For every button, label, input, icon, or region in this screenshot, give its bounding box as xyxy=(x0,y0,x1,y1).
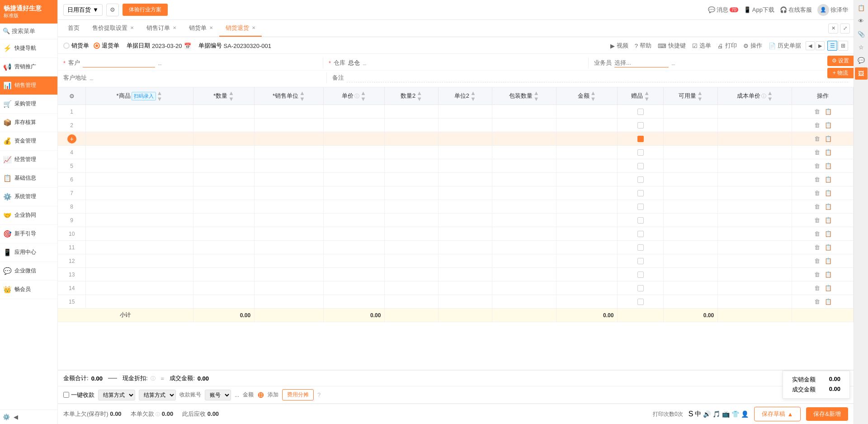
close-all-tabs-button[interactable]: ✕ xyxy=(828,24,838,33)
avail-sort-arrows[interactable]: ▲▼ xyxy=(697,90,703,102)
gift-checkbox[interactable] xyxy=(637,176,644,183)
copy-row-button[interactable]: 📋 xyxy=(824,134,833,143)
qty2-cell[interactable] xyxy=(385,254,439,268)
gift-checkbox[interactable] xyxy=(637,217,644,224)
tab-close-sales-bill[interactable]: ✕ xyxy=(209,25,213,30)
copy-row-button[interactable]: 📋 xyxy=(824,162,833,171)
quantity-cell[interactable] xyxy=(193,105,255,119)
settings-button[interactable]: ⚙ 设置 xyxy=(827,56,854,66)
cost-unit-cell[interactable] xyxy=(718,254,792,268)
quantity-cell[interactable] xyxy=(193,295,255,309)
unit2-sort-arrows[interactable]: ▲▼ xyxy=(470,90,476,102)
sales-unit-cell[interactable] xyxy=(255,146,324,159)
delete-row-button[interactable]: 🗑 xyxy=(813,284,822,293)
sidebar-item-system[interactable]: ⚙️ 系统管理 xyxy=(0,188,57,206)
cost-unit-cell[interactable] xyxy=(718,200,792,214)
copy-row-button[interactable]: 📋 xyxy=(824,229,833,238)
sales-unit-cell[interactable] xyxy=(255,132,324,146)
cost-unit-cell[interactable] xyxy=(718,281,792,295)
unit-price-cell[interactable] xyxy=(323,214,385,227)
tab-close-return[interactable]: ✕ xyxy=(252,25,255,30)
prev-record-button[interactable]: ◀ xyxy=(806,41,815,50)
operate-action[interactable]: ⚙ 操作 xyxy=(741,41,764,51)
product-cell[interactable] xyxy=(86,132,193,146)
sidebar-item-operations[interactable]: 📈 经营管理 xyxy=(0,151,57,169)
user-profile[interactable]: 👤 徐泽华 xyxy=(817,4,848,16)
qty2-cell[interactable] xyxy=(385,132,439,146)
unit-price-cell[interactable] xyxy=(323,241,385,254)
unit-price-cell[interactable] xyxy=(323,200,385,214)
fee-split-button[interactable]: 费用分摊 xyxy=(282,389,314,400)
grid-view-button[interactable]: ⊞ xyxy=(838,41,848,51)
amount-cell[interactable] xyxy=(556,200,618,214)
quantity-cell[interactable] xyxy=(193,186,255,200)
gift-checkbox[interactable] xyxy=(637,285,644,291)
taskbar-icon-5[interactable]: 📺 xyxy=(722,410,730,418)
sales-unit-cell[interactable] xyxy=(255,241,324,254)
save-new-button[interactable]: 保存&新增 xyxy=(806,407,848,421)
unit-price-cell[interactable] xyxy=(323,295,385,309)
quantity-cell[interactable] xyxy=(193,268,255,281)
pay-amount-dots[interactable]: ... xyxy=(235,392,239,398)
quantity-cell[interactable] xyxy=(193,254,255,268)
unit2-cell[interactable] xyxy=(438,173,492,186)
delete-row-button[interactable]: 🗑 xyxy=(813,121,822,130)
video-action[interactable]: ▶ 视频 xyxy=(609,41,630,51)
gift-checkbox[interactable] xyxy=(637,109,644,115)
available-cell[interactable] xyxy=(664,146,718,159)
product-cell[interactable] xyxy=(86,159,193,173)
qty-sort-arrows[interactable]: ▲▼ xyxy=(228,90,234,102)
sidebar-item-member[interactable]: 👑 畅会员 xyxy=(0,281,57,299)
copy-row-button[interactable]: 📋 xyxy=(824,175,833,184)
cost-unit-cell[interactable] xyxy=(718,186,792,200)
gift-cell[interactable] xyxy=(618,268,664,281)
unit-sort-arrows[interactable]: ▲▼ xyxy=(299,90,305,102)
trial-button[interactable]: 体验行业方案 xyxy=(123,4,168,16)
one-click-pay-checkbox[interactable] xyxy=(63,392,69,398)
cost-unit-cell[interactable] xyxy=(718,295,792,309)
amount-cell[interactable] xyxy=(556,281,618,295)
gift-checkbox[interactable] xyxy=(637,272,644,278)
qty2-cell[interactable] xyxy=(385,281,439,295)
unit-price-cell[interactable] xyxy=(323,132,385,146)
sidebar-item-quick-nav[interactable]: ⚡ 快捷导航 xyxy=(0,39,57,58)
qty2-cell[interactable] xyxy=(385,227,439,241)
gift-cell[interactable] xyxy=(618,227,664,241)
unit-price-cell[interactable] xyxy=(323,159,385,173)
calc-method-select[interactable]: 结算方式 xyxy=(98,390,135,400)
sales-unit-cell[interactable] xyxy=(255,214,324,227)
sales-unit-cell[interactable] xyxy=(255,173,324,186)
remark-input[interactable] xyxy=(347,73,848,82)
online-service-button[interactable]: 🎧 在线客服 xyxy=(780,6,812,14)
next-record-button[interactable]: ▶ xyxy=(816,41,825,50)
sidebar-item-purchase[interactable]: 🛒 采购管理 xyxy=(0,95,57,114)
gift-checkbox[interactable] xyxy=(637,231,644,237)
unit-price-cell[interactable] xyxy=(323,173,385,186)
sidebar-item-enterprise[interactable]: 🤝 企业协同 xyxy=(0,206,57,225)
taskbar-icon-6[interactable]: 👕 xyxy=(731,410,739,418)
pack-qty-cell[interactable] xyxy=(492,119,556,132)
cost-unit-cell[interactable] xyxy=(718,119,792,132)
unit-price-cell[interactable] xyxy=(323,281,385,295)
gift-checkbox[interactable] xyxy=(637,190,644,196)
right-panel-btn-4[interactable]: ☆ xyxy=(855,41,868,53)
quantity-cell[interactable] xyxy=(193,132,255,146)
copy-row-button[interactable]: 📋 xyxy=(824,148,833,157)
gift-sort-arrows[interactable]: ▲▼ xyxy=(644,90,650,102)
qty2-cell[interactable] xyxy=(385,295,439,309)
sales-unit-cell[interactable] xyxy=(255,254,324,268)
taskbar-icon-7[interactable]: 👤 xyxy=(741,410,749,418)
gift-checkbox[interactable] xyxy=(637,244,644,251)
pack-qty-cell[interactable] xyxy=(492,227,556,241)
product-cell[interactable] xyxy=(86,295,193,309)
quantity-cell[interactable] xyxy=(193,146,255,159)
sidebar-item-marketing[interactable]: 📢 营销推广 xyxy=(0,58,57,76)
sales-unit-cell[interactable] xyxy=(255,200,324,214)
delete-row-button[interactable]: 🗑 xyxy=(813,148,822,157)
delete-row-button[interactable]: 🗑 xyxy=(813,243,822,252)
delete-row-button[interactable]: 🗑 xyxy=(813,229,822,238)
address-dots-button[interactable]: ... xyxy=(90,75,93,81)
gear-button[interactable]: ⚙ xyxy=(106,4,119,16)
sidebar-item-inventory[interactable]: 📦 库存核算 xyxy=(0,114,57,132)
taskbar-icon-2[interactable]: 中 xyxy=(695,410,701,418)
